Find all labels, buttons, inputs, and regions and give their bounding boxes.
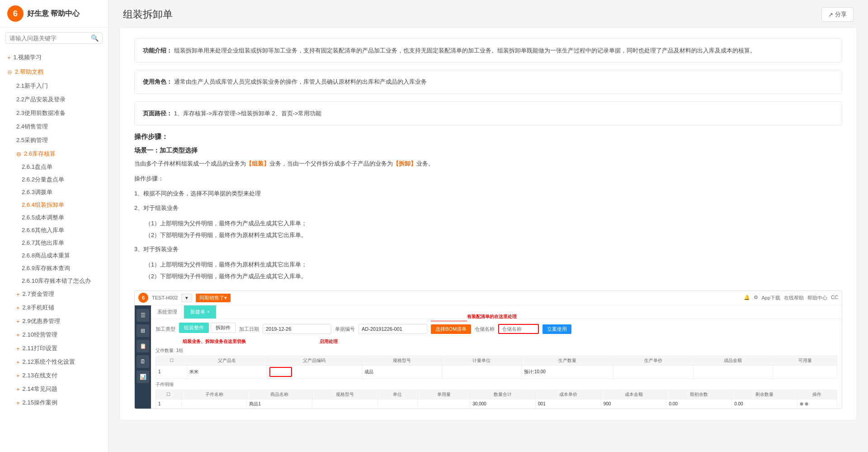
- parent-row-1: 1 米米 成品 预计:10.00: [156, 365, 837, 378]
- share-icon: ↗: [828, 11, 833, 18]
- sidebar-item-video[interactable]: + 1.视频学习: [0, 50, 108, 65]
- child-r1-remain: 0.00: [732, 399, 797, 409]
- child-r1-name: [181, 399, 247, 409]
- app-tab-new[interactable]: 新建单 ×: [184, 305, 217, 319]
- topbar-dropdown-label: ▾: [185, 295, 188, 301]
- child-col-cost-price: 成本单价: [536, 390, 601, 399]
- parent-cell-qty: 预计:10.00: [522, 365, 613, 378]
- app-tab-new-label: 新建单: [190, 309, 205, 315]
- sidebar-item-inventory[interactable]: ⊖ 2.6库存核算: [0, 147, 108, 161]
- sidebar-item-coupon[interactable]: + 2.9优惠券管理: [0, 314, 108, 328]
- app-logo-icon: 6: [138, 293, 148, 303]
- type-btn-disassembly[interactable]: 拆卸件: [211, 323, 236, 333]
- parent-table-body: 1 米米 成品 预计:10.00: [156, 365, 837, 378]
- sidebar-item-cost-calc[interactable]: 2.6.8商品成本重算: [0, 249, 108, 262]
- date-input[interactable]: [263, 324, 331, 334]
- app-topbar-icons: 🔔 ⚙ App下载 在线帮助 帮助中心 CC: [744, 295, 838, 301]
- col-parent-name: 父产品名: [187, 356, 267, 365]
- sidebar-item-print[interactable]: + 2.11打印设置: [0, 342, 108, 355]
- settings-icon: ⚙: [754, 295, 758, 301]
- search-box[interactable]: 🔍: [5, 32, 103, 44]
- app-orange-btn[interactable]: 同期销售了▾: [196, 294, 231, 302]
- child-col-check: ☐: [156, 390, 182, 399]
- child-col-name: 子件名称: [181, 390, 247, 399]
- step2-list: （1）上部明细为父件明细，最终作为产成品生成其它入库单； （2）下部明细为子件明…: [134, 218, 842, 241]
- col-available: 可用量: [773, 356, 837, 365]
- role-label: 使用角色：: [143, 78, 172, 85]
- sidebar-item-other-in[interactable]: 2.6.6其他入库单: [0, 224, 108, 237]
- sidebar-item-prepare[interactable]: 2.3使用前数据准备: [0, 106, 108, 120]
- parent-cell-name: 米米: [187, 365, 267, 378]
- sidebar-item-install[interactable]: 2.2产品安装及登录: [0, 93, 108, 106]
- parent-table-header: ☐ 父产品名 父产品编码 规格型号 计量单位 生产数量 生产单价 成品金额 可用…: [156, 356, 837, 365]
- main-header: 组装拆卸单 ↗ 分享: [108, 0, 868, 27]
- sidebar-header: 6 好生意 帮助中心: [0, 0, 108, 28]
- app-content-area: 系统管理 新建单 × 加工类型 组装整件: [151, 305, 842, 409]
- search-input[interactable]: [9, 35, 91, 42]
- sidebar-item-purchase[interactable]: 2.5采购管理: [0, 133, 108, 147]
- bom-select-button[interactable]: 选择BOM清单: [431, 324, 471, 334]
- app-sidebar-icon-3: 📋: [137, 340, 149, 352]
- app-tab-sys-label: 系统管理: [157, 309, 177, 315]
- parent-cell-unit: [442, 365, 521, 378]
- sidebar-item-stocktake[interactable]: 2.6.1盘点单: [0, 161, 108, 173]
- sidebar-item-capital[interactable]: + 2.7资金管理: [0, 287, 108, 301]
- sidebar-item-adjust[interactable]: 2.6.3调拨单: [0, 186, 108, 199]
- sidebar-item-cost[interactable]: 2.6.5成本调整单: [0, 211, 108, 224]
- sidebar-item-new[interactable]: 2.1新手入门: [0, 79, 108, 93]
- help-center-label: 帮助中心: [807, 295, 827, 301]
- sidebar-item-custom[interactable]: + 2.12系统个性化设置: [0, 355, 108, 369]
- app-topbar-dropdown[interactable]: ▾: [181, 294, 192, 302]
- sidebar-item-sales[interactable]: 2.4销售管理: [0, 120, 108, 133]
- sidebar-item-faq[interactable]: + 2.14常见问题: [0, 382, 108, 396]
- share-label: 分享: [835, 10, 847, 19]
- plus-icon: +: [7, 54, 11, 61]
- parent-code-input[interactable]: [269, 367, 292, 377]
- role-block: 使用角色： 通常由生产人员或库管人员完成拆装业务的操作，库管人员确认原材料的出库…: [134, 70, 842, 94]
- step3-2: （2）下部明细为子件明细，最终作为产成品生成其它入库单。: [134, 271, 842, 282]
- sidebar-item-ops[interactable]: + 2.10经营管理: [0, 328, 108, 342]
- step2: 2、对于组装业务: [134, 203, 842, 214]
- col-parent-code: 父产品编码: [267, 356, 362, 365]
- step2-1: （1）上部明细为父件明细，最终作为产成品生成其它入库单；: [134, 218, 842, 229]
- app-title: 好生意 帮助中心: [27, 9, 80, 19]
- app-sidebar-icon-1: ☰: [137, 309, 149, 322]
- sidebar-item-mobile[interactable]: + 2.8手机旺铺: [0, 301, 108, 314]
- step2-2: （2）下部明细为子件明细，最终作为原材料生成其它出库单。: [134, 229, 842, 241]
- app-sidebar-icon-5: 📊: [137, 371, 149, 383]
- approve-button[interactable]: 立案使用: [542, 324, 571, 334]
- type-btn-assembly[interactable]: 组装整件: [179, 323, 209, 333]
- help-online-label: 在线帮助: [784, 295, 804, 301]
- sidebar-item-stock-query[interactable]: 2.6.9库存账本查询: [0, 262, 108, 275]
- app-tab-sys[interactable]: 系统管理: [151, 305, 184, 319]
- child-table-body: 1 商品1 30,000 001 900 0.00: [156, 399, 837, 409]
- parent-cell-amount: [693, 365, 773, 378]
- sidebar-item-assembly[interactable]: 2.6.4组装拆卸单: [0, 199, 108, 211]
- main-content: 组装拆卸单 ↗ 分享 功能介绍： 组装拆卸单用来处理企业组装或拆卸等加工业务，支…: [108, 0, 868, 452]
- child-r1-ops: ⊕ ⊗: [797, 399, 837, 409]
- sidebar-item-docs[interactable]: ⊖ 2.帮助文档: [0, 65, 108, 79]
- parent-cell-price: [613, 365, 693, 378]
- child-row-1: 1 商品1 30,000 001 900 0.00: [156, 399, 837, 409]
- sidebar-item-stock-err[interactable]: 2.6.10库存账本错了怎么办: [0, 275, 108, 287]
- path-block: 页面路径： 1、库存核算->库存管理->组装拆卸单 2、首页->常用功能: [134, 101, 842, 125]
- step1: 1、根据不同的业务，选择不同单据的类型来处理: [134, 188, 842, 200]
- sidebar-item-partial[interactable]: 2.6.2分量盘点单: [0, 173, 108, 186]
- share-button[interactable]: ↗ 分享: [821, 7, 854, 22]
- sidebar-item-cases[interactable]: + 2.15操作案例: [0, 396, 108, 409]
- tab-close-icon[interactable]: ×: [207, 309, 210, 314]
- child-r1-goods: 商品1: [247, 399, 312, 409]
- logo-icon: 6: [7, 5, 24, 22]
- number-input[interactable]: [359, 324, 427, 334]
- sidebar-item-online-pay[interactable]: + 2.13在线支付: [0, 369, 108, 382]
- child-col-goods: 商品名称: [247, 390, 312, 399]
- form-row-1: 加工类型 组装整件 拆卸件 加工日期 单据编号 选择BOM清单: [156, 323, 837, 336]
- parent-table-label: 父件数量: 1组: [156, 347, 837, 354]
- parent-cell-available: [773, 365, 837, 378]
- dot-icon: ⊖: [7, 69, 12, 76]
- sidebar-item-video-label: 1.视频学习: [14, 53, 42, 62]
- store-input[interactable]: [498, 324, 539, 334]
- child-table-label: 子件明细: [156, 381, 837, 388]
- sidebar-item-other-out[interactable]: 2.6.7其他出库单: [0, 237, 108, 249]
- child-col-total-qty: 数量合计: [470, 390, 536, 399]
